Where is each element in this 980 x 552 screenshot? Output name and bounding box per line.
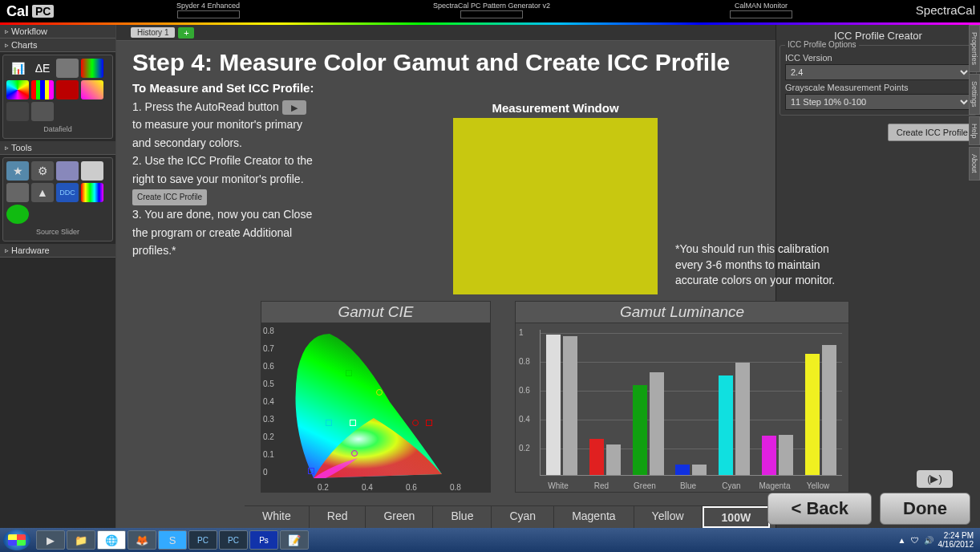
start-button[interactable] (3, 530, 30, 550)
tab-add-button[interactable]: + (178, 27, 194, 39)
task-icon[interactable]: 📁 (67, 530, 95, 550)
vtab-about[interactable]: About (969, 147, 980, 181)
tool-icon[interactable] (81, 161, 103, 181)
app-logo: Cal PC (0, 3, 60, 20)
device-meter[interactable]: Spyder 4 Enhanced (176, 2, 240, 18)
device-source[interactable]: SpectraCal PC Pattern Generator v2 (433, 2, 550, 18)
device-display[interactable]: CalMAN Monitor (730, 2, 792, 18)
task-icon[interactable]: S (158, 530, 187, 550)
done-button[interactable]: Done (880, 493, 970, 525)
white-point (350, 420, 356, 426)
x-axis-label: Yellow (798, 481, 838, 490)
title-bar: Cal PC Spyder 4 Enhanced SpectraCal PC P… (0, 0, 980, 22)
chart-icon[interactable] (81, 80, 103, 99)
red-target (426, 420, 432, 426)
task-icon[interactable]: 🦊 (128, 530, 156, 550)
bar (822, 345, 836, 475)
cyan-point (326, 420, 332, 426)
tool-icon[interactable] (81, 183, 103, 202)
bar (719, 375, 733, 475)
bar (779, 435, 793, 475)
color-tabs: WhiteRedGreenBlueCyanMagentaYellow100W (245, 505, 770, 528)
vtab-help[interactable]: Help (969, 116, 980, 146)
color-tab-magenta[interactable]: Magenta (554, 506, 634, 528)
create-icc-inline-button[interactable]: Create ICC Profile (132, 189, 207, 205)
tray-icon[interactable]: 🛡 (911, 536, 919, 545)
chart-icon[interactable] (31, 102, 54, 121)
volume-icon[interactable]: 🔊 (924, 536, 933, 545)
tab-history[interactable]: History 1 (131, 27, 175, 38)
chart-icon[interactable] (56, 59, 79, 78)
magenta-point (351, 450, 358, 457)
clock-time[interactable]: 2:24 PM (938, 531, 974, 540)
mw-swatch (453, 118, 658, 294)
color-tab-green[interactable]: Green (366, 506, 433, 528)
cie-icon[interactable] (6, 80, 29, 99)
vtab-properties[interactable]: Properties (969, 25, 980, 72)
measurement-window: Measurement Window (453, 101, 658, 294)
tool-icon[interactable]: DDC (56, 183, 79, 202)
tool-icon[interactable]: ▲ (31, 183, 54, 202)
bar (735, 363, 750, 475)
x-axis-label: Blue (668, 481, 708, 490)
windows-taskbar[interactable]: ▶ 📁 🌐 🦊 S PC PC Ps 📝 ▲ 🛡 🔊 2:24 PM 4/16/… (0, 528, 980, 552)
logo-text: Cal (6, 3, 29, 20)
tray-icon[interactable]: ▲ (898, 536, 906, 545)
vtab-settings[interactable]: Settings (969, 74, 980, 115)
task-icon[interactable]: PC (188, 530, 217, 550)
green-point (346, 370, 352, 376)
color-tab-red[interactable]: Red (310, 506, 366, 528)
tool-icon[interactable] (6, 205, 29, 224)
left-sidebar: Workflow Charts 📊 ΔE Datafield Tools ★ ⚙… (0, 25, 116, 528)
back-button[interactable]: < Back (767, 493, 872, 525)
tool-icon[interactable] (56, 161, 79, 181)
autoread-icon[interactable]: ▶ (282, 100, 306, 115)
instructions: 1. Press the AutoRead button ▶ to measur… (132, 98, 317, 260)
section-charts[interactable]: Charts (0, 39, 115, 52)
blue-point (308, 468, 314, 474)
brand-label: SpectraCal (916, 3, 975, 17)
clock-date[interactable]: 4/16/2012 (938, 540, 974, 549)
chart-icon[interactable] (81, 59, 103, 78)
side-tabs: Properties Settings Help About (969, 25, 980, 182)
bar (762, 436, 776, 475)
task-icon[interactable]: 📝 (280, 530, 309, 550)
red-point (412, 420, 419, 426)
cie-diagram (285, 330, 462, 486)
bar (606, 444, 621, 475)
tools-palette: ★ ⚙ ▲ DDC Source Slider (2, 157, 113, 242)
bar (563, 336, 577, 475)
color-tab-blue[interactable]: Blue (433, 506, 492, 528)
task-icon[interactable]: ▶ (36, 530, 65, 550)
tool-icon[interactable]: ⚙ (31, 161, 54, 181)
color-tab-white[interactable]: White (245, 506, 310, 528)
bars-icon[interactable] (31, 80, 54, 99)
gamut-luminance-chart: Gamut Luminance 1 0.8 0.6 0.4 0.2 White (515, 301, 849, 493)
grayscale-points-select[interactable]: 11 Step 10% 0-100 (785, 94, 971, 110)
chart-icon[interactable] (6, 102, 29, 121)
task-icon[interactable]: PC (219, 530, 248, 550)
page-title: Step 4: Measure Color Gamut and Create I… (132, 49, 759, 76)
color-tab-cyan[interactable]: Cyan (492, 506, 554, 528)
section-tools[interactable]: Tools (0, 141, 115, 155)
system-tray[interactable]: ▲ 🛡 🔊 2:24 PM 4/16/2012 (898, 531, 977, 549)
icc-version-select[interactable]: 2.4 (785, 64, 971, 80)
calibration-note: *You should run this calibration every 3… (675, 242, 844, 289)
chart-icon[interactable] (56, 80, 79, 99)
x-axis-label: Red (581, 481, 622, 490)
x-axis-label: White (538, 481, 578, 490)
chart-icon[interactable]: ΔE (31, 59, 54, 78)
color-tab-100w[interactable]: 100W (703, 506, 771, 528)
create-icc-button[interactable]: Create ICC Profile (888, 124, 977, 141)
task-icon[interactable]: 🌐 (97, 530, 126, 550)
section-workflow[interactable]: Workflow (0, 25, 115, 39)
tool-icon[interactable] (6, 183, 29, 202)
chart-icon[interactable]: 📊 (6, 59, 29, 78)
task-icon[interactable]: Ps (249, 530, 278, 550)
bar (546, 335, 561, 475)
gamut-cie-chart: Gamut CIE (261, 301, 491, 493)
section-hardware[interactable]: Hardware (0, 244, 115, 258)
tool-icon[interactable]: ★ (6, 161, 29, 181)
autoread-button[interactable]: (▶) (917, 470, 953, 488)
color-tab-yellow[interactable]: Yellow (634, 506, 703, 528)
